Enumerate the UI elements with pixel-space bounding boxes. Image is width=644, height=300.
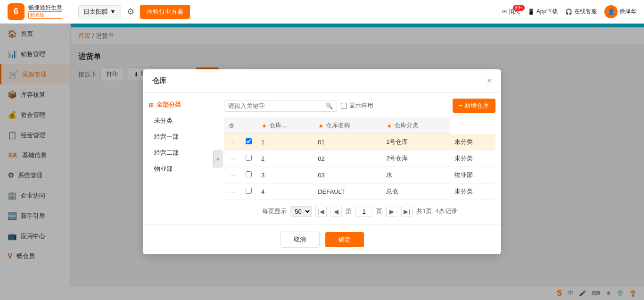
trial-button[interactable]: 体验行业方案: [140, 5, 190, 19]
table-col-checkbox: [241, 117, 256, 134]
next-page-button[interactable]: ▶: [386, 206, 397, 217]
row-warehouse-name: 水: [381, 167, 450, 183]
row-category: 物业部: [450, 167, 495, 183]
message-icon: ✉: [502, 8, 507, 15]
table-body: ··· 1 01 1号仓库 未分类 ··· 2 02 2号仓库 未分类 ··· …: [224, 134, 495, 200]
table-header-row: ⚙ ▲ 仓库... ▲ 仓库名称 ▲ 仓库分类: [224, 117, 495, 134]
page-size-select[interactable]: 50: [290, 206, 312, 217]
prev-page-button[interactable]: ◀: [330, 206, 342, 217]
row-warehouse-name: 总仓: [381, 183, 450, 200]
username-label: 徐泽华: [619, 8, 636, 16]
table-row[interactable]: ··· 1 01 1号仓库 未分类: [224, 134, 495, 150]
table-col-gear: ⚙: [224, 117, 241, 134]
row-more-btn[interactable]: ···: [224, 167, 241, 183]
logo-text: 畅捷通好生意: [28, 4, 62, 12]
category-item-unclassified[interactable]: 未分类: [143, 113, 218, 129]
confirm-button[interactable]: 确定: [325, 232, 364, 247]
row-more-btn[interactable]: ···: [224, 150, 241, 167]
online-service-item[interactable]: 🎧 在线客服: [565, 8, 597, 16]
show-disabled-wrap: 显示停用: [341, 101, 373, 110]
table-panel: 🔍 显示停用 + 新增仓库 ⚙: [218, 93, 501, 225]
page-size-label: 每页显示: [262, 207, 287, 216]
settings-icon-btn[interactable]: ⚙: [127, 7, 134, 17]
all-category-label: 全部分类: [157, 100, 181, 109]
page-number-input[interactable]: [355, 207, 372, 217]
pagination: 每页显示 50 |◀ ◀ 第 页 ▶ ▶| 共1页, 4条记录: [224, 200, 495, 219]
row-checkbox[interactable]: [246, 155, 252, 161]
row-code: 01: [313, 134, 381, 150]
row-checkbox-cell: [241, 167, 256, 183]
row-num: 1: [256, 134, 313, 150]
app-download-item[interactable]: 📱 App下载: [528, 8, 558, 16]
search-icon: 🔍: [325, 102, 333, 109]
row-warehouse-name: 2号仓库: [381, 150, 450, 167]
header-middle: 日太阳膜 ▼ ⚙ 体验行业方案: [78, 5, 502, 19]
grid-icon: ⊞: [149, 101, 154, 108]
row-category: 未分类: [450, 150, 495, 167]
row-more-btn[interactable]: ···: [224, 134, 241, 150]
table-scroll-area: ⚙ ▲ 仓库... ▲ 仓库名称 ▲ 仓库分类: [224, 117, 495, 200]
table-col-code: ▲ 仓库...: [256, 117, 313, 134]
company-name: 日太阳膜: [83, 8, 108, 16]
page-total: 共1页, 4条记录: [416, 207, 457, 216]
row-checkbox[interactable]: [246, 188, 252, 194]
add-warehouse-button[interactable]: + 新增仓库: [453, 99, 495, 113]
row-more-btn[interactable]: ···: [224, 183, 241, 200]
row-checkbox[interactable]: [246, 171, 252, 177]
category-item-ops1[interactable]: 经营一部: [143, 129, 218, 145]
first-page-button[interactable]: |◀: [315, 206, 327, 217]
header-right: ✉ 消息 99+ 📱 App下载 🎧 在线客服 👤 徐泽华: [502, 5, 636, 18]
row-num: 3: [256, 167, 313, 183]
avatar: 👤: [604, 5, 618, 18]
logo-area: 6 畅捷通好生意 精易版: [8, 3, 78, 20]
row-code: 02: [313, 150, 381, 167]
category-item-property[interactable]: 物业部: [143, 161, 218, 177]
table-row[interactable]: ··· 3 03 水 物业部: [224, 167, 495, 183]
row-checkbox-cell: [241, 150, 256, 167]
table-head: ⚙ ▲ 仓库... ▲ 仓库名称 ▲ 仓库分类: [224, 117, 495, 134]
search-wrap: 🔍: [224, 100, 337, 112]
row-code: DEFAULT: [313, 183, 381, 200]
all-category-item[interactable]: ⊞ 全部分类: [143, 97, 218, 113]
messages-item[interactable]: ✉ 消息 99+: [502, 8, 520, 16]
table-col-name: ▲ 仓库名称: [313, 117, 381, 134]
logo-icon: 6: [8, 3, 25, 20]
chevron-down-icon: ▼: [110, 8, 116, 15]
row-warehouse-name: 1号仓库: [381, 134, 450, 150]
online-service-label: 在线客服: [574, 8, 597, 16]
user-item[interactable]: 👤 徐泽华: [604, 5, 636, 18]
company-selector[interactable]: 日太阳膜 ▼: [78, 5, 121, 18]
warehouse-table: ⚙ ▲ 仓库... ▲ 仓库名称 ▲ 仓库分类: [224, 117, 495, 200]
last-page-button[interactable]: ▶|: [401, 206, 413, 217]
row-checkbox[interactable]: [246, 138, 252, 144]
top-header: 6 畅捷通好生意 精易版 日太阳膜 ▼ ⚙ 体验行业方案 ✉ 消息 99+ 📱 …: [0, 0, 644, 24]
modal-header: 仓库 ×: [143, 69, 501, 93]
page-suffix: 页: [376, 207, 382, 216]
table-row[interactable]: ··· 2 02 2号仓库 未分类: [224, 150, 495, 167]
collapse-panel-button[interactable]: «: [213, 150, 223, 167]
modal-body: ⊞ 全部分类 未分类 经营一部 经营二部 物业部 «: [143, 93, 501, 225]
modal-backdrop: 仓库 × ⊞ 全部分类 未分类 经营一部 经营二部: [0, 24, 644, 300]
warehouse-modal: 仓库 × ⊞ 全部分类 未分类 经营一部 经营二部: [143, 69, 501, 254]
row-code: 03: [313, 167, 381, 183]
table-toolbar: 🔍 显示停用 + 新增仓库: [224, 99, 495, 113]
message-badge: 99+: [513, 5, 525, 11]
logo-badge: 精易版: [28, 11, 62, 19]
search-input[interactable]: [228, 102, 323, 109]
row-category: 未分类: [450, 134, 495, 150]
category-item-ops2[interactable]: 经营二部: [143, 145, 218, 161]
modal-title: 仓库: [152, 76, 166, 85]
modal-close-button[interactable]: ×: [487, 76, 492, 86]
row-category: 未分类: [450, 183, 495, 200]
row-num: 4: [256, 183, 313, 200]
phone-icon: 📱: [528, 8, 535, 15]
row-checkbox-cell: [241, 183, 256, 200]
table-col-category: ▲ 仓库分类: [381, 117, 450, 134]
modal-footer: 取消 确定: [143, 225, 501, 254]
show-disabled-checkbox[interactable]: [341, 103, 347, 109]
headset-icon: 🎧: [565, 8, 572, 15]
table-row[interactable]: ··· 4 DEFAULT 总仓 未分类: [224, 183, 495, 200]
category-panel: ⊞ 全部分类 未分类 经营一部 经营二部 物业部 «: [143, 93, 218, 225]
show-disabled-label: 显示停用: [349, 101, 373, 110]
cancel-button[interactable]: 取消: [280, 232, 320, 248]
